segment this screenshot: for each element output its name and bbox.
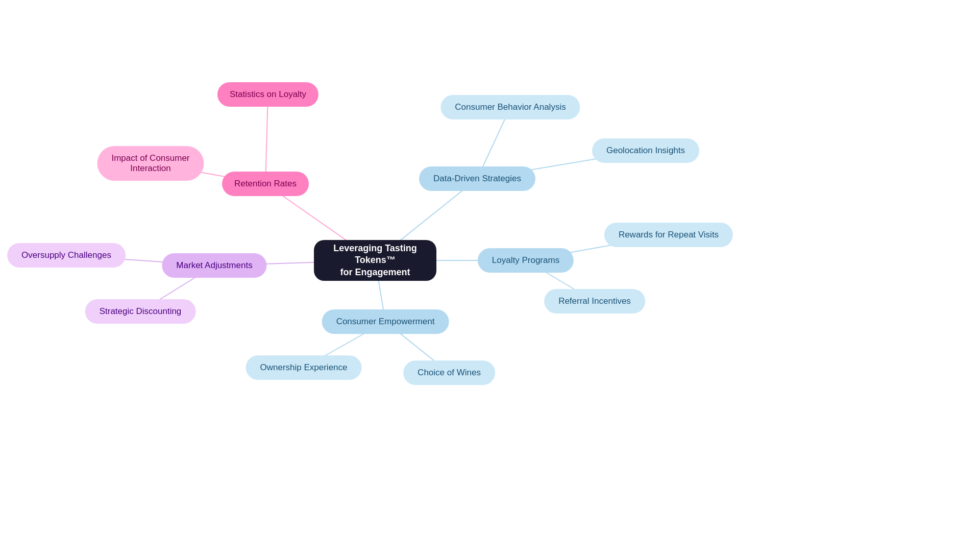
ownership-experience[interactable]: Ownership Experience (246, 355, 361, 380)
connections-svg (0, 0, 980, 553)
consumer-empowerment[interactable]: Consumer Empowerment (322, 309, 449, 334)
mindmap-container: Leveraging Tasting Tokens™ for Engagemen… (0, 0, 980, 553)
impact-consumer-interaction[interactable]: Impact of Consumer Interaction (97, 146, 204, 181)
referral-incentives[interactable]: Referral Incentives (544, 289, 645, 314)
market-adjustments[interactable]: Market Adjustments (162, 253, 266, 278)
svg-line-0 (265, 94, 268, 184)
choice-of-wines[interactable]: Choice of Wines (403, 360, 495, 385)
oversupply-challenges[interactable]: Oversupply Challenges (7, 243, 126, 268)
geolocation-insights[interactable]: Geolocation Insights (592, 138, 699, 163)
statistics-on-loyalty[interactable]: Statistics on Loyalty (217, 82, 318, 107)
strategic-discounting[interactable]: Strategic Discounting (85, 299, 196, 324)
data-driven-strategies[interactable]: Data-Driven Strategies (419, 166, 535, 191)
retention-rates[interactable]: Retention Rates (222, 172, 309, 196)
loyalty-programs[interactable]: Loyalty Programs (478, 248, 574, 273)
rewards-repeat-visits[interactable]: Rewards for Repeat Visits (604, 223, 733, 247)
central-node[interactable]: Leveraging Tasting Tokens™ for Engagemen… (314, 240, 436, 281)
consumer-behavior-analysis[interactable]: Consumer Behavior Analysis (440, 95, 580, 119)
